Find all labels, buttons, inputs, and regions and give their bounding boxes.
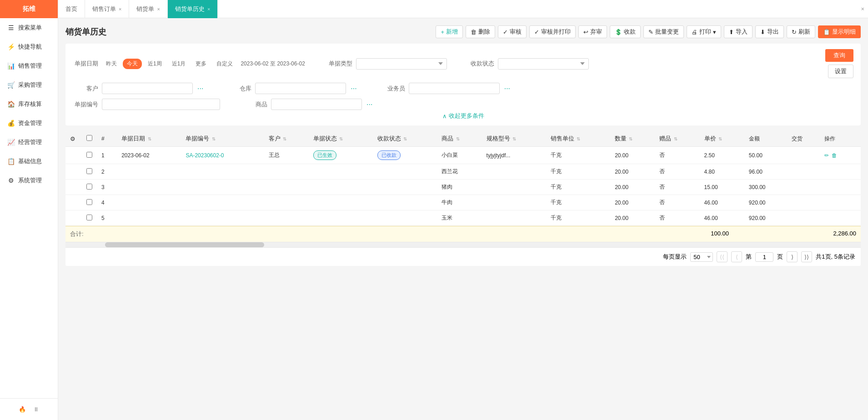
date-chip-last7[interactable]: 近1周 <box>144 59 166 69</box>
query-button[interactable]: 查询 <box>825 49 853 62</box>
prev-page-button[interactable]: ⟨ <box>731 251 742 262</box>
warehouse-ellipsis[interactable]: ··· <box>350 85 357 93</box>
col-gift[interactable]: 赠品 ⇅ <box>655 131 699 147</box>
row-customer <box>264 210 309 226</box>
date-chip-more[interactable]: 更多 <box>191 59 211 69</box>
col-doc-status[interactable]: 单据状态 ⇅ <box>309 131 373 147</box>
abandon-button[interactable]: ↩ 弃审 <box>578 25 607 38</box>
last-page-button[interactable]: ⟩⟩ <box>801 251 812 262</box>
sidebar-item-sales-mgmt[interactable]: 📊 销售管理 <box>0 56 58 75</box>
row-checkbox[interactable] <box>86 184 92 190</box>
row-checkbox[interactable] <box>86 152 92 158</box>
tab-close-icon[interactable]: × <box>207 6 210 12</box>
row-doc-status <box>309 210 373 226</box>
tab-sales-order[interactable]: 销售订单 × <box>85 0 129 18</box>
action-删除[interactable]: 🗑 <box>832 152 837 159</box>
per-page-select[interactable]: 50 100 <box>690 252 713 262</box>
salesperson-ellipsis[interactable]: ··· <box>503 85 511 93</box>
row-checkbox[interactable] <box>86 199 92 205</box>
row-no: 5 <box>97 210 117 226</box>
sidebar-item-purchase-mgmt[interactable]: 🛒 采购管理 <box>0 75 58 95</box>
new-button[interactable]: + 新增 <box>436 25 463 38</box>
receive-button[interactable]: 💲 收款 <box>610 25 641 38</box>
date-chip-custom[interactable]: 自定义 <box>212 59 237 69</box>
tab-sales-delivery[interactable]: 销货单 × <box>129 0 167 18</box>
payment-status-select[interactable] <box>498 58 589 70</box>
sidebar-item-quick-nav[interactable]: ⚡ 快捷导航 <box>0 37 58 56</box>
refresh-button[interactable]: ↻ 刷新 <box>787 25 815 38</box>
row-price: 15.00 <box>700 180 744 195</box>
export-button[interactable]: ⬇ 导出 <box>755 25 784 38</box>
col-check <box>82 131 97 147</box>
doc-type-select[interactable] <box>356 58 447 70</box>
warehouse-input[interactable] <box>255 83 346 94</box>
row-gift: 否 <box>655 164 699 180</box>
first-page-button[interactable]: ⟨⟨ <box>717 251 728 262</box>
print-button[interactable]: 🖨 打印 ▾ <box>687 25 721 38</box>
col-spec[interactable]: 规格型号 ⇅ <box>482 131 546 147</box>
sort-icon: ⇅ <box>674 136 677 141</box>
sidebar-item-inventory[interactable]: 🏠 库存核算 <box>0 95 58 114</box>
row-checkbox[interactable] <box>86 215 92 220</box>
doc-number-input[interactable] <box>102 99 220 110</box>
salesperson-input[interactable] <box>409 83 500 94</box>
sidebar-item-system-mgmt[interactable]: ⚙ 系统管理 <box>0 171 58 190</box>
tab-sales-history[interactable]: 销货单历史 × <box>168 0 218 18</box>
gear-icon[interactable]: ⚙ <box>70 135 75 142</box>
tab-bar-close[interactable]: × <box>861 5 868 12</box>
row-spec: tyjyjtyjdf... <box>482 147 546 164</box>
col-goods[interactable]: 商品 ⇅ <box>437 131 482 147</box>
app-logo: 拓维 <box>0 0 58 18</box>
customer-ellipsis[interactable]: ··· <box>196 85 204 93</box>
filter-collapse[interactable]: ∧ 收起更多条件 <box>73 112 853 120</box>
col-price[interactable]: 单价 ⇅ <box>700 131 744 147</box>
inventory-icon: 🏠 <box>7 100 15 108</box>
per-page-label: 每页显示 <box>663 253 687 261</box>
date-chip-today[interactable]: 今天 <box>123 59 142 69</box>
next-page-button[interactable]: ⟩ <box>787 251 798 262</box>
date-chip-last1m[interactable]: 近1月 <box>168 59 190 69</box>
horizontal-scrollbar[interactable] <box>65 242 861 247</box>
col-gift-label: 赠品 <box>659 135 671 142</box>
sidebar-item-finance[interactable]: 💰 资金管理 <box>0 114 58 133</box>
row-trade <box>787 210 820 226</box>
tab-close-icon[interactable]: × <box>157 6 160 12</box>
settings-button[interactable]: 设置 <box>828 65 853 78</box>
tab-home[interactable]: 首页 <box>58 0 85 18</box>
col-qty[interactable]: 数量 ⇅ <box>610 131 655 147</box>
delete-button[interactable]: 🗑 删除 <box>466 25 495 38</box>
action-编辑[interactable]: ✏ <box>824 152 829 159</box>
col-payment-status[interactable]: 收款状态 ⇅ <box>373 131 437 147</box>
sidebar-item-basic-info[interactable]: 📋 基础信息 <box>0 152 58 171</box>
select-all-checkbox[interactable] <box>86 135 92 141</box>
audit-button[interactable]: ✓ 审核 <box>498 25 527 38</box>
sidebar-item-search-menu[interactable]: ☰ 搜索菜单 <box>0 18 58 37</box>
col-doc-no[interactable]: 单据编号 ⇅ <box>181 131 264 147</box>
col-doc-date[interactable]: 单据日期 ⇅ <box>117 131 181 147</box>
audit-print-button[interactable]: ✓ 审核并打印 <box>529 25 576 38</box>
page-number-input[interactable] <box>755 252 773 262</box>
doc-no-link[interactable]: SA-20230602-0 <box>186 152 224 159</box>
system-icon: ⚙ <box>7 177 15 184</box>
col-unit[interactable]: 销售单位 ⇅ <box>546 131 610 147</box>
goods-input[interactable] <box>271 99 362 110</box>
row-check <box>82 180 97 195</box>
row-no: 4 <box>97 195 117 210</box>
col-customer[interactable]: 客户 ⇅ <box>264 131 309 147</box>
pagination: 每页显示 50 100 ⟨⟨ ⟨ 第 页 ⟩ ⟩⟩ 共1页, 5条记录 <box>65 247 861 266</box>
fire-icon[interactable]: 🔥 <box>19 406 26 413</box>
scroll-thumb[interactable] <box>105 242 264 247</box>
batch-change-button[interactable]: ✎ 批量变更 <box>643 25 684 38</box>
pause-icon[interactable]: ⏸ <box>33 406 39 413</box>
warehouse-label: 仓库 <box>226 85 251 93</box>
tab-close-icon[interactable]: × <box>119 6 121 12</box>
goods-ellipsis[interactable]: ··· <box>366 100 373 109</box>
import-button[interactable]: ⬆ 导入 <box>724 25 753 38</box>
customer-input[interactable] <box>102 83 193 94</box>
date-chip-yesterday[interactable]: 昨天 <box>102 59 121 69</box>
show-detail-button[interactable]: 📋 显示明细 <box>818 25 861 38</box>
row-checkbox[interactable] <box>86 168 92 174</box>
row-trade <box>787 164 820 180</box>
filter-doc-number: 单据编号 <box>73 99 220 110</box>
sidebar-item-operations[interactable]: 📈 经营管理 <box>0 133 58 152</box>
